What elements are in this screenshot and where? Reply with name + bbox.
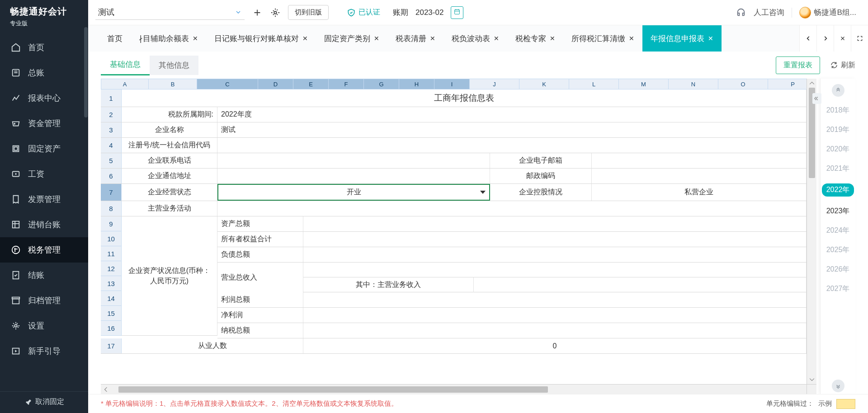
close-icon[interactable]: ✕ [708, 35, 713, 42]
year-item[interactable]: 2027年 [826, 284, 850, 294]
user-menu[interactable]: 畅捷通B组... [799, 7, 856, 19]
svg-point-11 [14, 324, 17, 327]
tab-bar: 首页 ∤目辅助余额表✕ 日记账与银行对账单核对✕ 固定资产类别✕ 税表清册✕ 税… [88, 25, 868, 52]
svg-point-13 [274, 11, 277, 14]
refresh-button[interactable]: 刷新 [830, 61, 855, 70]
sidebar-item-inventory[interactable]: 进销台账 [0, 212, 88, 237]
edited-example-label: 示例 [818, 399, 832, 408]
asset-info-label[interactable]: 企业资产状况信息(币种：人民币万元) [122, 216, 217, 336]
year-item[interactable]: 2024年 [826, 226, 850, 235]
year-item[interactable]: 2020年 [826, 145, 850, 154]
close-icon[interactable]: ✕ [430, 35, 435, 42]
tab-home[interactable]: 首页 [99, 25, 131, 52]
sidebar-item-salary[interactable]: 工资 [0, 161, 88, 187]
year-item[interactable]: 2023年 [826, 206, 850, 216]
svg-rect-14 [455, 9, 460, 14]
fullscreen-button[interactable] [851, 25, 868, 52]
headset-icon[interactable] [736, 7, 746, 18]
sidebar-item-ledger[interactable]: 总账 [0, 60, 88, 85]
sidebar-item-funds[interactable]: 资金管理 [0, 111, 88, 136]
brand-name: 畅捷通好会计 [10, 5, 67, 18]
sheet-title[interactable]: 工商年报信息表 [122, 89, 807, 107]
tab-income-tax[interactable]: 所得税汇算清缴✕ [563, 25, 642, 52]
year-down-button[interactable] [832, 380, 844, 392]
year-item[interactable]: 2019年 [826, 125, 850, 135]
sidebar-item-settings[interactable]: 设置 [0, 313, 88, 338]
svg-rect-9 [13, 299, 19, 304]
year-item[interactable]: 2025年 [826, 245, 850, 255]
verified-badge: 已认证 [347, 8, 380, 17]
tab-journal-bank[interactable]: 日记账与银行对账单核对✕ [206, 25, 316, 52]
edited-label: 单元格编辑过： [766, 399, 814, 408]
tab-subject-balance[interactable]: ∤目辅助余额表✕ [131, 25, 206, 52]
sidebar-item-fixed-assets[interactable]: 固定资产 [0, 136, 88, 161]
company-selector[interactable]: 测试 [95, 5, 245, 20]
column-headers: A B C D E F G H I J K L M N O P Q [101, 79, 807, 89]
close-icon[interactable]: ✕ [629, 35, 634, 42]
svg-rect-6 [13, 221, 19, 228]
tabs-scroll-left[interactable] [799, 25, 816, 52]
tab-tax-check[interactable]: 税检专家✕ [507, 25, 563, 52]
subtab-basic[interactable]: 基础信息 [101, 55, 150, 75]
close-icon[interactable]: ✕ [302, 35, 308, 42]
subtab-other[interactable]: 其他信息 [150, 56, 198, 75]
year-item[interactable]: 2022年 [822, 183, 854, 197]
sidebar-item-home[interactable]: 首页 [0, 35, 88, 60]
year-selector: 2018年2019年2020年2021年2022年2023年2024年2025年… [820, 79, 855, 394]
sidebar-item-tax[interactable]: 税务管理 [0, 237, 88, 263]
close-icon[interactable]: ✕ [374, 35, 379, 42]
brand-edition: 专业版 [10, 19, 81, 28]
sheet-scrollbar-vertical[interactable] [807, 79, 816, 384]
switch-old-version-button[interactable]: 切到旧版 [288, 5, 329, 20]
tabs-scroll-right[interactable] [816, 25, 834, 52]
svg-point-5 [15, 173, 17, 175]
close-icon[interactable]: ✕ [193, 35, 198, 42]
year-up-button[interactable] [832, 84, 844, 97]
close-icon[interactable]: ✕ [550, 35, 555, 42]
sidebar-item-close[interactable]: 结账 [0, 263, 88, 288]
year-item[interactable]: 2021年 [826, 164, 850, 174]
sidebar-item-invoice[interactable]: 发票管理 [0, 187, 88, 212]
close-icon[interactable]: ✕ [494, 35, 499, 42]
year-strip-collapse[interactable] [812, 93, 821, 104]
sidebar-scrollbar[interactable] [84, 27, 88, 117]
svg-rect-10 [12, 297, 20, 299]
sidebar-item-guide[interactable]: 新手引导 [0, 338, 88, 364]
svg-rect-3 [14, 147, 17, 150]
year-item[interactable]: 2018年 [826, 106, 850, 115]
reset-report-button[interactable]: 重置报表 [776, 56, 820, 74]
edit-hint: * 单元格编辑说明：1、点击单元格直接录入数值或文本。2、清空单元格数值或文本恢… [101, 399, 398, 408]
unpin-button[interactable]: 取消固定 [0, 391, 88, 413]
edited-swatch [836, 399, 855, 409]
consult-label[interactable]: 人工咨询 [754, 7, 784, 18]
svg-point-7 [12, 246, 20, 254]
period-label: 账期 [393, 7, 408, 18]
period-picker-button[interactable] [451, 6, 463, 19]
sidebar-item-archive[interactable]: 归档管理 [0, 288, 88, 313]
tab-annual-report[interactable]: 年报信息申报表✕ [642, 25, 722, 52]
add-button[interactable] [252, 7, 263, 18]
caret-down-icon [480, 191, 486, 194]
sidebar-menu: 首页 总账 报表中心 资金管理 固定资产 工资 发票管理 进销台账 税务管理 结… [0, 32, 88, 391]
chevron-down-icon [235, 9, 242, 16]
settings-gear-button[interactable] [270, 7, 281, 18]
svg-point-1 [14, 123, 15, 125]
status-dropdown[interactable]: 开业 [217, 184, 490, 201]
avatar [799, 7, 811, 19]
sheet-scrollbar-horizontal[interactable] [101, 384, 816, 394]
year-item[interactable]: 2026年 [826, 265, 850, 274]
tab-tax-list[interactable]: 税表清册✕ [387, 25, 443, 52]
tabs-close-all[interactable] [834, 25, 851, 52]
period-value: 2023-02 [415, 8, 443, 17]
tab-tax-burden[interactable]: 税负波动表✕ [443, 25, 507, 52]
tab-asset-category[interactable]: 固定资产类别✕ [316, 25, 387, 52]
sidebar-item-reports[interactable]: 报表中心 [0, 85, 88, 111]
